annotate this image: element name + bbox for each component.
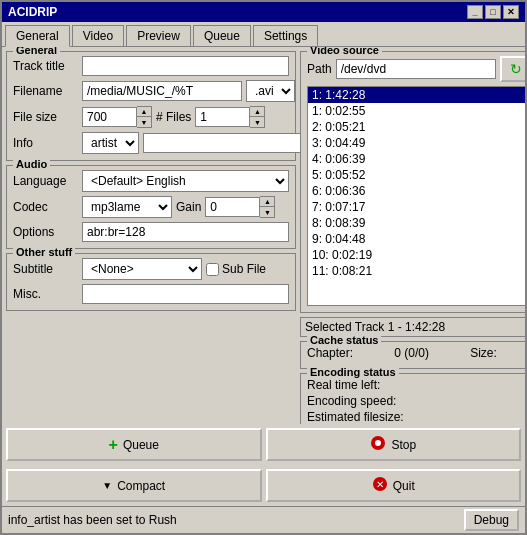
track-list-item[interactable]: 1: 0:02:55	[308, 103, 525, 119]
track-list-item[interactable]: 2: 0:05:21	[308, 119, 525, 135]
right-panel: Video source Path ↻ Load 1: 1:42:28 1: 0…	[300, 51, 525, 420]
tab-settings[interactable]: Settings	[253, 25, 318, 46]
encoding-row: Encoding speed:0fps	[307, 394, 525, 408]
compact-label: Compact	[117, 479, 165, 493]
cache-chapter-value: 0 (0/0)	[394, 346, 429, 360]
general-group-title: General	[13, 47, 60, 56]
track-list-item[interactable]: 4: 0:06:39	[308, 151, 525, 167]
gain-up-arrow[interactable]: ▲	[260, 197, 274, 207]
subfile-label: Sub File	[222, 262, 266, 276]
maximize-button[interactable]: □	[485, 5, 501, 19]
statusbar: info_artist has been set to Rush Debug	[2, 506, 525, 533]
track-list-item[interactable]: 8: 0:08:39	[308, 215, 525, 231]
encoding-row-label: Encoding speed:	[307, 394, 396, 408]
queue-label: Queue	[123, 438, 159, 452]
quit-icon: ✕	[372, 476, 388, 495]
gain-input[interactable]	[205, 197, 260, 217]
nfiles-up-arrow[interactable]: ▲	[250, 107, 264, 117]
gain-label: Gain	[176, 200, 201, 214]
titlebar: ACIDRIP _ □ ✕	[2, 2, 525, 22]
filesize-input[interactable]	[82, 107, 137, 127]
tab-bar: General Video Preview Queue Settings	[2, 22, 525, 47]
filesize-up-arrow[interactable]: ▲	[137, 107, 151, 117]
refresh-icon: ↻	[510, 61, 522, 77]
encoding-row-label: Real time left:	[307, 378, 380, 392]
debug-button[interactable]: Debug	[464, 509, 519, 531]
load-button[interactable]: ↻ Load	[500, 56, 525, 82]
path-row: Path ↻ Load	[307, 56, 525, 82]
language-select[interactable]: <Default> English	[82, 170, 289, 192]
subtitle-label: Subtitle	[13, 262, 78, 276]
minimize-button[interactable]: _	[467, 5, 483, 19]
filename-input[interactable]	[82, 81, 242, 101]
info-label: Info	[13, 136, 78, 150]
language-label: Language	[13, 174, 78, 188]
svg-point-1	[375, 440, 381, 446]
button-row-2: ▼ Compact ✕ Quit	[2, 465, 525, 506]
gain-arrows: ▲ ▼	[260, 196, 275, 218]
gain-down-arrow[interactable]: ▼	[260, 207, 274, 217]
ext-select[interactable]: .avi	[246, 80, 295, 102]
tab-general[interactable]: General	[5, 25, 70, 47]
track-list-item[interactable]: 7: 0:07:17	[308, 199, 525, 215]
main-window: ACIDRIP _ □ ✕ General Video Preview Queu…	[0, 0, 527, 535]
compact-button[interactable]: ▼ Compact	[6, 469, 262, 502]
track-title-input[interactable]	[82, 56, 289, 76]
track-list-item[interactable]: 11: 0:08:21	[308, 263, 525, 279]
track-list-item[interactable]: 5: 0:05:52	[308, 167, 525, 183]
info-value-input[interactable]	[143, 133, 303, 153]
tab-video[interactable]: Video	[72, 25, 124, 46]
stop-button[interactable]: Stop	[266, 428, 522, 461]
nfiles-input[interactable]	[195, 107, 250, 127]
language-row: Language <Default> English	[13, 170, 289, 192]
track-list-item[interactable]: 3: 0:04:49	[308, 135, 525, 151]
tab-preview[interactable]: Preview	[126, 25, 191, 46]
codec-label: Codec	[13, 200, 78, 214]
encoding-row: Real time left:0min	[307, 378, 525, 392]
nfiles-label: # Files	[156, 110, 191, 124]
video-source-group: Video source Path ↻ Load 1: 1:42:28 1: 0…	[300, 51, 525, 313]
cache-status-title: Cache status	[307, 334, 381, 346]
queue-button[interactable]: + Queue	[6, 428, 262, 461]
track-list-item[interactable]: 10: 0:02:19	[308, 247, 525, 263]
codec-select[interactable]: mp3lame	[82, 196, 172, 218]
window-title: ACIDRIP	[8, 5, 57, 19]
track-list-item[interactable]: 1: 1:42:28	[308, 87, 525, 103]
filesize-spin: ▲ ▼	[82, 106, 152, 128]
filename-label: Filename	[13, 84, 78, 98]
filesize-down-arrow[interactable]: ▼	[137, 117, 151, 127]
cache-size-label: Size:	[470, 346, 497, 360]
track-title-row: Track title	[13, 56, 289, 76]
track-list-item[interactable]: 6: 0:06:36	[308, 183, 525, 199]
tab-queue[interactable]: Queue	[193, 25, 251, 46]
general-group: General Track title Filename .avi File s…	[6, 51, 296, 161]
plus-icon: +	[109, 436, 118, 454]
path-input[interactable]	[336, 59, 496, 79]
subtitle-select[interactable]: <None>	[82, 258, 202, 280]
subfile-checkbox[interactable]	[206, 263, 219, 276]
misc-row: Misc.	[13, 284, 289, 304]
track-title-label: Track title	[13, 59, 78, 73]
gain-spin: ▲ ▼	[205, 196, 275, 218]
encoding-row: Estimated filesize:0mb	[307, 410, 525, 424]
track-list-item[interactable]: 9: 0:04:48	[308, 231, 525, 247]
track-list[interactable]: 1: 1:42:28 1: 0:02:55 2: 0:05:21 3: 0:04…	[307, 86, 525, 306]
misc-input[interactable]	[82, 284, 289, 304]
encoding-status-title: Encoding status	[307, 366, 399, 378]
stop-label: Stop	[391, 438, 416, 452]
options-input[interactable]	[82, 222, 289, 242]
audio-group-title: Audio	[13, 158, 50, 170]
quit-button[interactable]: ✕ Quit	[266, 469, 522, 502]
encoding-status-group: Encoding status Real time left:0minEncod…	[300, 373, 525, 424]
cache-status-group: Cache status Chapter: 0 (0/0) Size: 0mb	[300, 341, 525, 369]
close-button[interactable]: ✕	[503, 5, 519, 19]
subfile-check: Sub File	[206, 262, 266, 276]
options-row: Options	[13, 222, 289, 242]
filesize-row: File size ▲ ▼ # Files ▲ ▼	[13, 106, 289, 128]
stop-icon	[370, 435, 386, 454]
other-stuff-group-title: Other stuff	[13, 246, 75, 258]
video-source-title: Video source	[307, 47, 382, 56]
info-select[interactable]: artist	[82, 132, 139, 154]
audio-group: Audio Language <Default> English Codec m…	[6, 165, 296, 249]
nfiles-down-arrow[interactable]: ▼	[250, 117, 264, 127]
